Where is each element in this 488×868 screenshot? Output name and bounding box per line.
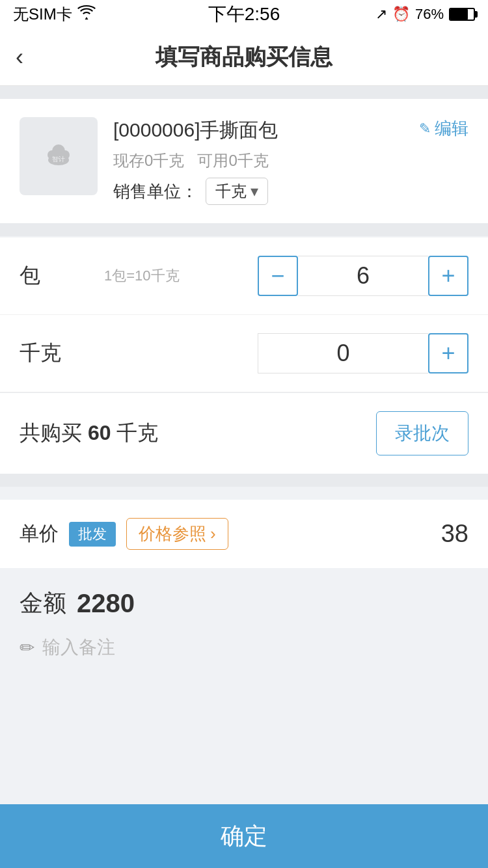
price-badge: 批发 [69,522,116,547]
price-value: 38 [441,520,468,548]
stock-current: 现存0千克 [113,152,184,169]
amount-value: 2280 [77,589,135,618]
carrier-text: 无SIM卡 [13,4,72,25]
kg-increment-button[interactable]: + [428,333,468,373]
total-text: 共购买 60 千克 [20,419,158,448]
product-thumbnail-icon: 智计 [39,137,78,176]
location-icon: ↗ [375,6,387,23]
bao-input[interactable] [298,256,428,296]
edit-label: 编辑 [435,117,468,140]
nav-bar: ‹ 填写商品购买信息 [0,29,488,86]
bottom-spacer [0,660,488,724]
product-image: 智计 [20,117,98,195]
unit-label: 销售单位： [113,180,198,203]
wifi-icon [77,5,96,23]
product-stock: 现存0千克 可用0千克 [113,150,468,171]
input-section: 包 1包=10千克 − + 千克 + [0,237,488,392]
product-info: [0000006]手撕面包 现存0千克 可用0千克 销售单位： 千克 ▾ [113,117,468,205]
price-label: 单价 [20,521,59,547]
stock-available: 可用0千克 [197,152,268,169]
batch-button[interactable]: 录批次 [376,411,468,455]
bao-increment-button[interactable]: + [428,256,468,296]
price-row: 单价 批发 价格参照 › 38 [20,518,468,550]
section-gap-2 [0,223,488,236]
section-gap-3 [0,474,488,487]
confirm-button[interactable]: 确定 [0,804,488,868]
edit-icon: ✎ [419,120,431,137]
amount-label: 金额 [20,588,66,619]
total-row: 共购买 60 千克 录批次 [0,392,488,474]
page-title: 填写商品购买信息 [156,42,332,72]
section-gap-1 [0,86,488,99]
alarm-icon: ⏰ [392,6,410,23]
total-amount: 60 [88,421,111,444]
amount-row: 金额 2280 [20,588,468,619]
product-unit-row: 销售单位： 千克 ▾ [113,178,468,205]
bao-decrement-button[interactable]: − [258,256,298,296]
price-ref-arrow-icon: › [210,524,216,544]
kg-input[interactable] [258,333,428,373]
back-button[interactable]: ‹ [16,46,23,69]
price-ref-label: 价格参照 [139,522,206,545]
kg-label: 千克 [20,339,98,368]
unit-select-arrow-icon: ▾ [251,182,258,200]
kg-input-row: 千克 + [0,315,488,392]
amount-section: 金额 2280 ✏ 输入备注 [0,568,488,660]
kg-controls: + [258,333,468,373]
total-prefix: 共购买 [20,421,82,444]
battery-percent: 76% [415,6,444,23]
svg-text:智计: 智计 [52,156,65,163]
battery-icon [449,8,475,21]
bao-input-row: 包 1包=10千克 − + [0,237,488,315]
status-bar: 无SIM卡 下午2:56 ↗ ⏰ 76% [0,0,488,29]
total-unit: 千克 [116,421,158,444]
unit-value: 千克 [215,181,247,202]
price-ref-button[interactable]: 价格参照 › [126,518,228,550]
unit-select[interactable]: 千克 ▾ [206,178,268,205]
product-name: [0000006]手撕面包 [113,117,468,144]
note-placeholder: 输入备注 [42,635,115,660]
edit-button[interactable]: ✎ 编辑 [419,117,468,140]
product-card: 智计 [0000006]手撕面包 现存0千克 可用0千克 销售单位： 千克 ▾ … [0,99,488,223]
bao-controls: − + [258,256,468,296]
note-pencil-icon: ✏ [20,637,34,658]
status-left: 无SIM卡 [13,4,96,25]
bao-sublabel: 1包=10千克 [104,266,180,286]
note-row[interactable]: ✏ 输入备注 [20,635,468,660]
status-time: 下午2:56 [208,2,280,27]
bao-label: 包 [20,262,98,290]
price-section: 单价 批发 价格参照 › 38 [0,500,488,568]
status-right: ↗ ⏰ 76% [375,6,475,23]
